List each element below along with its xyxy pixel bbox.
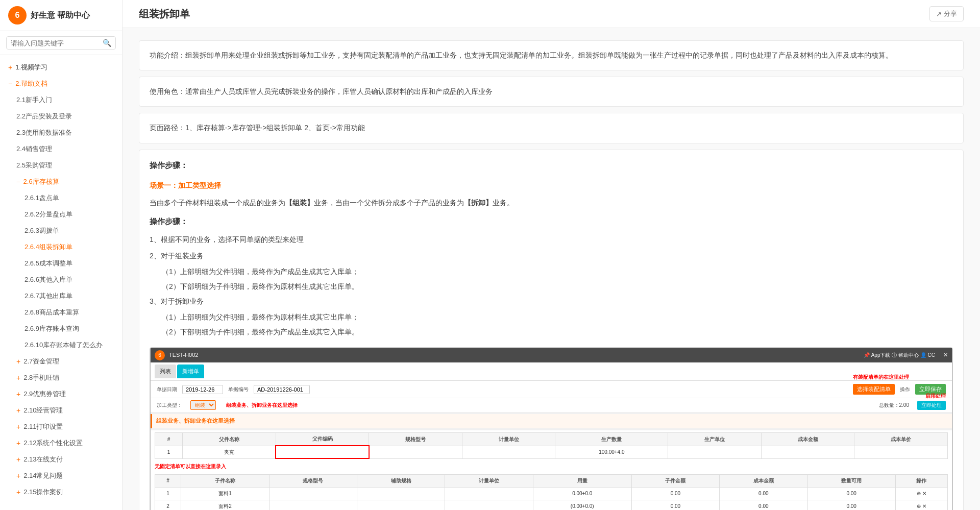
plus-icon8: + xyxy=(16,455,20,464)
cell-unit xyxy=(462,446,555,458)
text-disassembly: 【拆卸】 xyxy=(464,199,493,207)
search-wrap[interactable]: 🔍 xyxy=(6,36,116,50)
sidebar-item-personalize[interactable]: + 2.12系统个性化设置 xyxy=(0,435,122,451)
cell-no: 1 xyxy=(155,446,183,458)
mock-billno-input[interactable] xyxy=(254,385,310,394)
col-prod-qty: 生产数量 xyxy=(555,433,668,446)
step3-sub2: （2）下部明细为子件明细，最终作为产成品生成其它入库单。 xyxy=(162,326,953,338)
sidebar-item-stockerror[interactable]: 2.6.10库存账本错了怎么办 xyxy=(0,337,122,353)
sidebar-item-partstocktake[interactable]: 2.6.2分量盘点单 xyxy=(0,206,122,223)
role-box: 使用角色：通常由生产人员或库管人员完成拆装业务的操作，库管人员确认原材料的出库和… xyxy=(139,77,964,107)
mock-type-select[interactable]: 组装 拆卸 xyxy=(190,400,216,410)
nav-list: + 1.视频学习 − 2.帮助文档 2.1新手入门 2.2产品安装及登录 2.3… xyxy=(0,55,122,510)
mock-label-billno: 单据编号 xyxy=(228,385,249,394)
app-title: 好生意 帮助中心 xyxy=(31,10,90,21)
sidebar-item-faq[interactable]: + 2.14常见问题 xyxy=(0,468,122,484)
annotation-type: 组装业务、拆卸业务在这里选择 xyxy=(226,401,298,410)
sidebar-item-mobile-label: 2.8手机旺铺 xyxy=(23,373,59,382)
mock-type-label: 加工类型： xyxy=(157,401,182,410)
mock-process-area: 启用处理 立即处理 xyxy=(917,401,946,410)
mock-select-bom-btn[interactable]: 选择装配清单 xyxy=(853,384,895,395)
sidebar-item-sales[interactable]: 2.4销售管理 xyxy=(0,141,122,157)
sidebar-item-assembly[interactable]: 2.6.4组装拆卸单 xyxy=(0,239,122,255)
sidebar-item-docs[interactable]: − 2.帮助文档 xyxy=(0,76,122,92)
sidebar-item-ops-label: 2.10经营管理 xyxy=(23,406,63,415)
sidebar-item-payment-label: 2.13在线支付 xyxy=(23,455,63,464)
main-header: 组装拆卸单 ↗ 分享 xyxy=(122,0,980,28)
plus-icon4: + xyxy=(16,390,20,398)
step2: 2、对于组装业务 xyxy=(150,250,953,262)
mock-date-input[interactable] xyxy=(182,385,223,394)
lcol-aux-spec: 辅助规格 xyxy=(357,475,445,488)
lcol-no: # xyxy=(155,475,181,488)
sidebar-item-purchase[interactable]: 2.5采购管理 xyxy=(0,157,122,174)
plus-icon7: + xyxy=(16,439,20,447)
sidebar-item-fund[interactable]: + 2.7资金管理 xyxy=(0,353,122,370)
mock-bom-area: 有装配清单的在这里处理 选择装配清单 xyxy=(853,384,895,395)
sidebar-item-video[interactable]: + 1.视频学习 xyxy=(0,59,122,76)
lcol-avail-qty: 数量可用 xyxy=(807,475,895,488)
mock-tab-new[interactable]: 新增单 xyxy=(177,365,204,379)
sidebar-item-stockcheck[interactable]: 2.6.9库存账本查询 xyxy=(0,321,122,337)
sidebar-item-otheroutstock[interactable]: 2.6.7其他出库单 xyxy=(0,288,122,304)
lower-table-row: 1 面料1 0.00+0.0 0.00 0.00 0.00 ⊕ ✕ xyxy=(155,488,948,500)
mock-form-toolbar: 单据日期 单据编号 有装配清单的在这里处理 选择装配清单 操作 立即保存 xyxy=(151,381,952,398)
role-text: 使用角色：通常由生产人员或库管人员完成拆装业务的操作，库管人员确认原材料的出库和… xyxy=(150,87,493,95)
plus-icon6: + xyxy=(16,423,20,431)
sidebar-item-otherinstock-label: 2.6.6其他入库单 xyxy=(24,275,72,284)
sidebar-item-costadjust[interactable]: 2.6.5成本调整单 xyxy=(0,255,122,272)
cell-prod-unit xyxy=(668,446,762,458)
sidebar-item-print[interactable]: + 2.11打印设置 xyxy=(0,419,122,435)
mock-upper-table-wrap: # 父件名称 父件编码 规格型号 计量单位 生产数量 生产单位 成本金额 成本单… xyxy=(151,430,952,461)
sidebar-item-data[interactable]: 2.3使用前数据准备 xyxy=(0,125,122,141)
sidebar-item-faq-label: 2.14常见问题 xyxy=(23,471,63,480)
step2-sub1: （1）上部明细为父件明细，最终作为产成品生成其它入库单； xyxy=(162,265,953,278)
search-box: 🔍 xyxy=(0,31,122,55)
cell-cost-price xyxy=(854,446,948,458)
sidebar-item-costrecalc-label: 2.6.8商品成本重算 xyxy=(24,308,79,317)
step3: 3、对于拆卸业务 xyxy=(150,295,953,308)
sidebar-item-transfer-label: 2.6.3调拨单 xyxy=(24,226,59,235)
mock-tabs-bar: 列表 新增单 xyxy=(151,362,952,381)
sidebar-item-otherinstock[interactable]: 2.6.6其他入库单 xyxy=(0,272,122,288)
sidebar-item-install[interactable]: 2.2产品安装及登录 xyxy=(0,108,122,125)
sidebar-item-payment[interactable]: + 2.13在线支付 xyxy=(0,451,122,468)
step3-sub1: （1）上部明细为父件明细，最终作为原材料生成其它出库单； xyxy=(162,311,953,324)
minus-icon: − xyxy=(8,80,12,88)
steps-list: 1、根据不同的业务，选择不同单据的类型来处理 2、对于组装业务 （1）上部明细为… xyxy=(150,233,953,338)
sidebar-item-cases[interactable]: + 2.15操作案例 xyxy=(0,484,122,500)
sidebar-item-coupon[interactable]: + 2.9优惠券管理 xyxy=(0,386,122,402)
mock-type-row: 加工类型： 组装 拆卸 组装业务、拆卸业务在这里选择 总数量：2.00 启用处理… xyxy=(151,398,952,412)
table-row: 1 夹克 100.00+4.0 xyxy=(155,446,948,458)
sidebar-item-partstocktake-label: 2.6.2分量盘点单 xyxy=(24,210,72,219)
sidebar-item-inventory[interactable]: − 2.6库存核算 xyxy=(0,174,122,190)
annotation-process: 启用处理 xyxy=(925,392,946,401)
search-input[interactable] xyxy=(11,39,103,47)
lcol-unit: 计量单位 xyxy=(445,475,533,488)
mock-qty-label: 总数量：2.00 xyxy=(879,401,909,410)
mock-section-title-assembly: 组装业务、拆卸业务在这里选择 xyxy=(151,414,952,428)
step2-sub2: （2）下部明细为子件明细，最终作为原材料生成其它出库单。 xyxy=(162,280,953,293)
sidebar-item-newbie[interactable]: 2.1新手入门 xyxy=(0,92,122,108)
mock-tab-list[interactable]: 列表 xyxy=(155,365,176,379)
mock-process-btn[interactable]: 立即处理 xyxy=(917,401,946,410)
sidebar-item-stockcheck-label: 2.6.9库存账本查询 xyxy=(24,324,79,333)
sidebar-item-newbie-label: 2.1新手入门 xyxy=(16,95,52,105)
sidebar-item-install-label: 2.2产品安装及登录 xyxy=(16,112,72,121)
sidebar-item-transfer[interactable]: 2.6.3调拨单 xyxy=(0,223,122,239)
share-button[interactable]: ↗ 分享 xyxy=(929,6,964,21)
sidebar-item-video-label: 1.视频学习 xyxy=(15,63,47,72)
sidebar-item-stocktake[interactable]: 2.6.1盘点单 xyxy=(0,190,122,206)
mock-logo: 6 xyxy=(155,350,165,360)
plus-icon9: + xyxy=(16,472,20,480)
mock-upper-table: # 父件名称 父件编码 规格型号 计量单位 生产数量 生产单位 成本金额 成本单… xyxy=(155,432,948,459)
sidebar-item-costadjust-label: 2.6.5成本调整单 xyxy=(24,259,72,268)
mock-close-icon[interactable]: ✕ xyxy=(943,350,948,360)
col-parent-name: 父件名称 xyxy=(183,433,276,446)
cell-spec xyxy=(369,446,462,458)
main-body: 功能介绍：组装拆卸单用来处理企业组装或拆卸等加工业务，支持有固定装配清单的产品加… xyxy=(122,28,980,510)
sidebar-item-data-label: 2.3使用前数据准备 xyxy=(16,128,72,137)
sidebar-item-mobile[interactable]: + 2.8手机旺铺 xyxy=(0,370,122,386)
sidebar-item-ops[interactable]: + 2.10经营管理 xyxy=(0,402,122,419)
sidebar-item-costrecalc[interactable]: 2.6.8商品成本重算 xyxy=(0,304,122,321)
